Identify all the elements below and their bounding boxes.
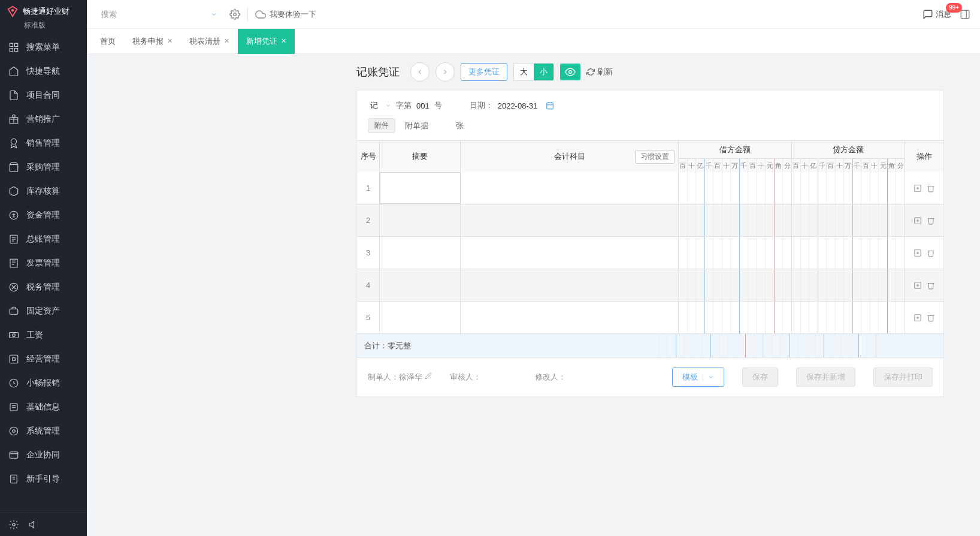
amount-cell[interactable] — [781, 334, 790, 357]
amount-cell[interactable] — [696, 237, 705, 269]
sidebar-item-18[interactable]: 新手引导 — [0, 467, 87, 491]
size-large-button[interactable]: 大 — [514, 64, 534, 80]
amount-cell[interactable] — [766, 269, 775, 301]
amount-cell[interactable] — [667, 334, 676, 357]
amount-cell[interactable] — [757, 172, 766, 204]
template-button[interactable]: 模板 — [672, 368, 724, 387]
amount-cell[interactable] — [870, 269, 879, 301]
amount-cell[interactable] — [763, 334, 772, 357]
amount-cell[interactable] — [775, 269, 784, 301]
sidebar-item-10[interactable]: 税务管理 — [0, 275, 87, 299]
amount-cell[interactable] — [801, 172, 810, 204]
sidebar-item-8[interactable]: 总账管理 — [0, 227, 87, 251]
amount-cell[interactable] — [861, 204, 870, 236]
delete-row-icon[interactable] — [927, 184, 935, 192]
amount-cell[interactable] — [748, 302, 757, 333]
amount-cell[interactable] — [713, 237, 722, 269]
amount-cell[interactable] — [728, 334, 737, 357]
amount-cell[interactable] — [748, 172, 757, 204]
sidebar-item-11[interactable]: 固定资产 — [0, 299, 87, 323]
subject-cell[interactable] — [461, 204, 679, 236]
amount-cell[interactable] — [867, 334, 876, 357]
sidebar-item-7[interactable]: 资金管理 — [0, 203, 87, 227]
amount-cell[interactable] — [809, 204, 818, 236]
sidebar-item-4[interactable]: 销售管理 — [0, 131, 87, 155]
amount-cell[interactable] — [792, 237, 801, 269]
amount-cell[interactable] — [815, 334, 824, 357]
amount-cell[interactable] — [896, 269, 905, 301]
amount-cell[interactable] — [801, 302, 810, 333]
date-value[interactable]: 2022-08-31 — [498, 101, 538, 110]
amount-cell[interactable] — [713, 204, 722, 236]
summary-input[interactable] — [383, 175, 458, 201]
amount-cell[interactable] — [827, 302, 836, 333]
amount-cell[interactable] — [757, 204, 766, 236]
amount-cell[interactable] — [861, 237, 870, 269]
sidebar-item-5[interactable]: 采购管理 — [0, 155, 87, 179]
sidebar-item-0[interactable]: 搜索菜单 — [0, 35, 87, 59]
save-print-button[interactable]: 保存并打印 — [873, 368, 933, 387]
amount-cell[interactable] — [740, 204, 749, 236]
amount-cell[interactable] — [783, 204, 791, 236]
amount-cell[interactable] — [844, 269, 853, 301]
amount-cell[interactable] — [879, 172, 888, 204]
amount-cell[interactable] — [836, 204, 845, 236]
voucher-number[interactable]: 001 — [416, 101, 429, 110]
amount-cell[interactable] — [696, 302, 705, 333]
subject-cell[interactable] — [461, 237, 679, 269]
amount-cell[interactable] — [766, 172, 775, 204]
tab-3[interactable]: 新增凭证✕ — [238, 29, 295, 54]
amount-cell[interactable] — [757, 269, 766, 301]
amount-cell[interactable] — [809, 237, 818, 269]
amount-cell[interactable] — [870, 172, 879, 204]
amount-cell[interactable] — [713, 172, 722, 204]
add-row-icon[interactable] — [914, 216, 922, 225]
subject-cell[interactable] — [461, 302, 679, 333]
tab-2[interactable]: 税表清册✕ — [181, 29, 238, 54]
amount-cell[interactable] — [792, 172, 801, 204]
amount-cell[interactable] — [775, 237, 784, 269]
attach-button[interactable]: 附件 — [368, 118, 395, 133]
size-small-button[interactable]: 小 — [534, 64, 553, 80]
amount-cell[interactable] — [879, 237, 888, 269]
amount-cell[interactable] — [688, 302, 697, 333]
amount-cell[interactable] — [748, 237, 757, 269]
try-link[interactable]: 我要体验一下 — [255, 9, 316, 20]
amount-cell[interactable] — [836, 237, 845, 269]
amount-cell[interactable] — [879, 302, 888, 333]
amount-cell[interactable] — [818, 237, 827, 269]
amount-cell[interactable] — [696, 172, 705, 204]
amount-cell[interactable] — [853, 172, 862, 204]
more-voucher-button[interactable]: 更多凭证 — [461, 63, 507, 81]
amount-cell[interactable] — [722, 172, 731, 204]
amount-cell[interactable] — [731, 237, 740, 269]
amount-cell[interactable] — [772, 334, 781, 357]
close-icon[interactable]: ✕ — [167, 37, 173, 45]
amount-cell[interactable] — [783, 237, 791, 269]
amount-cell[interactable] — [740, 269, 749, 301]
sidebar-item-17[interactable]: 企业协同 — [0, 443, 87, 467]
amount-cell[interactable] — [861, 269, 870, 301]
amount-cell[interactable] — [775, 204, 784, 236]
amount-cell[interactable] — [679, 204, 688, 236]
amount-cell[interactable] — [842, 334, 851, 357]
amount-cell[interactable] — [783, 302, 791, 333]
amount-cell[interactable] — [748, 204, 757, 236]
amount-cell[interactable] — [827, 172, 836, 204]
delete-row-icon[interactable] — [927, 249, 935, 257]
delete-row-icon[interactable] — [927, 314, 935, 322]
amount-cell[interactable] — [676, 334, 685, 357]
amount-cell[interactable] — [737, 334, 746, 357]
close-icon[interactable]: ✕ — [281, 37, 286, 45]
amount-cell[interactable] — [679, 237, 688, 269]
amount-cell[interactable] — [853, 237, 862, 269]
sidebar-item-16[interactable]: 系统管理 — [0, 419, 87, 443]
amount-cell[interactable] — [870, 204, 879, 236]
amount-cell[interactable] — [685, 334, 694, 357]
amount-cell[interactable] — [888, 172, 897, 204]
amount-cell[interactable] — [792, 204, 801, 236]
amount-cell[interactable] — [896, 237, 905, 269]
amount-cell[interactable] — [775, 172, 784, 204]
amount-cell[interactable] — [853, 269, 862, 301]
amount-cell[interactable] — [870, 237, 879, 269]
